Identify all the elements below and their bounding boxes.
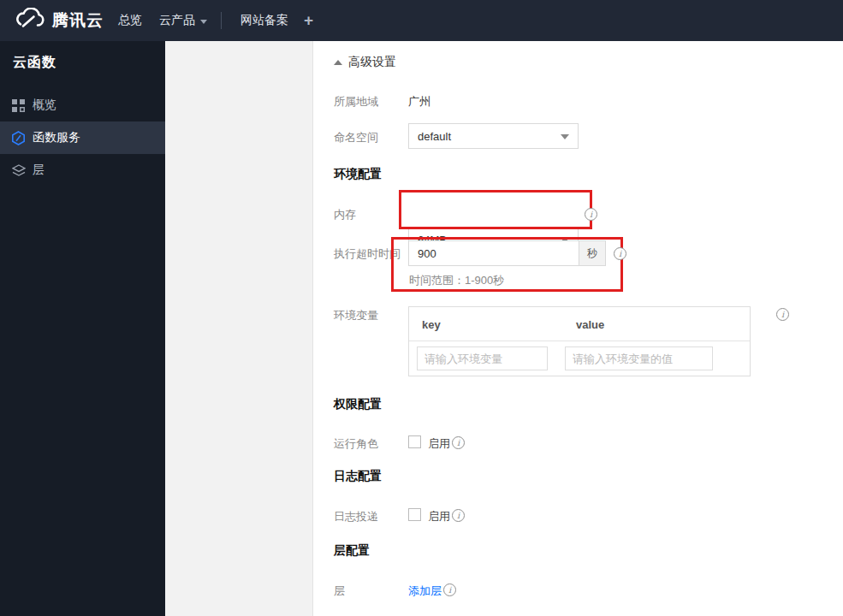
env-value-input[interactable] <box>565 346 713 370</box>
log-delivery-enable-label: 启用 <box>428 509 450 524</box>
add-tab-button[interactable]: + <box>304 0 313 41</box>
run-role-enable-label: 启用 <box>428 436 450 452</box>
timeout-input-group: 秒 <box>408 240 606 266</box>
log-delivery-info-icon[interactable] <box>452 509 465 522</box>
log-delivery-checkbox[interactable] <box>408 508 421 521</box>
sidebar-item-function-service[interactable]: 函数服务 <box>0 121 165 154</box>
env-config-section-title: 环境配置 <box>334 167 382 182</box>
sidebar-item-overview[interactable]: 概览 <box>0 89 165 121</box>
nav-beian-label: 网站备案 <box>240 13 288 28</box>
nav-item-overview[interactable]: 总览 <box>118 0 142 41</box>
env-key-column-header: key <box>422 318 441 331</box>
add-layer-info-icon[interactable] <box>443 583 456 596</box>
nav-divider <box>221 12 222 29</box>
timeout-hint: 时间范围：1-900秒 <box>409 273 504 288</box>
namespace-selected-value: default <box>418 130 451 143</box>
nav-overview-label: 总览 <box>118 13 142 28</box>
region-label: 所属地域 <box>334 94 378 110</box>
nav-item-cloud-products[interactable]: 云产品 <box>159 0 207 41</box>
hexagon-function-icon <box>11 131 26 145</box>
perm-config-section-title: 权限配置 <box>334 397 382 412</box>
namespace-select[interactable]: default <box>408 123 579 149</box>
env-vars-info-icon[interactable] <box>776 308 789 321</box>
advanced-settings-toggle[interactable]: 高级设置 <box>334 55 396 70</box>
advanced-settings-label: 高级设置 <box>348 55 396 70</box>
sidebar-item-label: 层 <box>33 163 45 178</box>
env-key-input[interactable] <box>417 346 548 370</box>
run-role-info-icon[interactable] <box>452 436 465 449</box>
memory-label: 内存 <box>334 207 356 222</box>
sidebar: 云函数 概览 <box>0 41 165 616</box>
annotation-box-memory <box>399 190 592 229</box>
nav-products-label: 云产品 <box>159 13 195 28</box>
env-vars-table-header: key value <box>409 307 750 341</box>
env-vars-label: 环境变量 <box>334 308 378 323</box>
run-role-checkbox[interactable] <box>408 435 421 448</box>
log-config-section-title: 日志配置 <box>334 469 382 484</box>
env-value-column-header: value <box>576 318 604 331</box>
chevron-down-icon <box>561 134 569 139</box>
plus-icon: + <box>304 11 313 30</box>
namespace-label: 命名空间 <box>334 130 378 145</box>
triangle-up-icon <box>334 60 342 65</box>
timeout-label: 执行超时时间 <box>334 246 401 262</box>
env-vars-table: key value <box>408 306 751 376</box>
grid-icon <box>11 98 26 113</box>
sidebar-menu: 概览 函数服务 层 <box>0 89 165 187</box>
run-role-label: 运行角色 <box>334 436 378 452</box>
timeout-input[interactable] <box>408 240 579 266</box>
tencent-cloud-console: 腾讯云 总览 云产品 网站备案 + 云函数 <box>0 0 843 616</box>
brand-logo[interactable]: 腾讯云 <box>14 0 104 41</box>
sidebar-title: 云函数 <box>13 54 56 72</box>
timeout-unit-addon: 秒 <box>579 240 606 266</box>
background-panel <box>165 41 313 616</box>
sidebar-item-layers[interactable]: 层 <box>0 154 165 187</box>
top-navbar: 腾讯云 总览 云产品 网站备案 + <box>0 0 843 41</box>
layers-icon <box>11 163 26 178</box>
layer-config-section-title: 层配置 <box>334 543 370 559</box>
add-layer-link[interactable]: 添加层 <box>408 583 442 599</box>
cloud-logo-icon <box>14 8 45 34</box>
region-value: 广州 <box>408 94 430 110</box>
sidebar-item-label: 概览 <box>33 98 56 113</box>
log-delivery-label: 日志投递 <box>334 509 378 524</box>
chevron-down-icon <box>200 20 207 24</box>
nav-item-website-beian[interactable]: 网站备案 <box>240 0 288 41</box>
memory-info-icon[interactable] <box>585 208 597 221</box>
brand-name: 腾讯云 <box>52 9 104 32</box>
env-vars-input-row <box>409 341 750 376</box>
timeout-info-icon[interactable] <box>614 247 626 260</box>
function-config-form: 高级设置 所属地域 广州 命名空间 default 环境配置 内存 64MB 执… <box>313 41 843 616</box>
sidebar-item-label: 函数服务 <box>33 130 80 145</box>
layer-label: 层 <box>334 583 345 599</box>
